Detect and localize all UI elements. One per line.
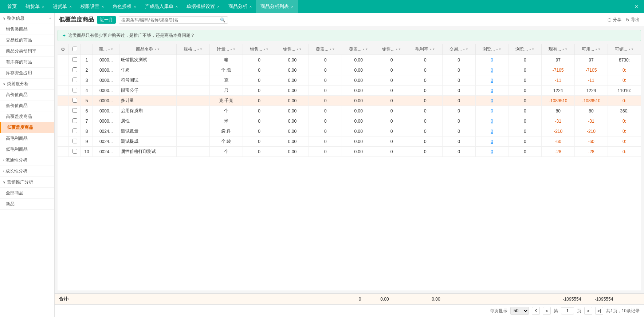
- nav-tab-analysis-close[interactable]: ×: [250, 4, 252, 9]
- next-page-button[interactable]: >: [584, 307, 592, 315]
- row-browse-a[interactable]: 0: [475, 116, 508, 126]
- nav-tab-analysis-list-close[interactable]: ×: [291, 4, 293, 9]
- nav-tab-permissions[interactable]: 权限设置 ×: [76, 0, 108, 13]
- sidebar-section-flow[interactable]: › 流通性分析: [0, 155, 54, 166]
- nav-tab-roles-close[interactable]: ×: [134, 4, 136, 9]
- export-button[interactable]: ↻ 导出: [626, 17, 640, 23]
- sidebar-item-low-value[interactable]: 低价值商品: [0, 100, 54, 111]
- sidebar-item-low-coverage[interactable]: 低覆盖度商品: [0, 122, 54, 133]
- row-checkbox[interactable]: [69, 55, 81, 65]
- sidebar-item-capital-occupy[interactable]: 库存资金占用: [0, 68, 54, 79]
- select-all-checkbox[interactable]: [72, 47, 77, 51]
- sidebar-section-growth[interactable]: › 成长性分析: [0, 166, 54, 177]
- row-browse-a[interactable]: 0: [475, 65, 508, 75]
- row-checkbox[interactable]: [69, 106, 81, 116]
- row-browse-a[interactable]: 0: [475, 96, 508, 106]
- sidebar-item-high-margin[interactable]: 高毛利商品: [0, 133, 54, 144]
- col-name[interactable]: 商品名称▲▼: [119, 44, 177, 55]
- nav-tab-products-in[interactable]: 产成品入库单 ×: [141, 0, 182, 13]
- close-all-button[interactable]: ×: [632, 3, 641, 10]
- row-sales-qty: 0: [243, 106, 276, 116]
- row-checkbox[interactable]: [69, 116, 81, 126]
- prev-page-button[interactable]: <: [543, 307, 551, 315]
- share-button[interactable]: ⬡ 分享: [608, 17, 621, 23]
- col-gross-rate[interactable]: 毛利率▲▼: [408, 44, 442, 55]
- nav-tab-template[interactable]: 单据模板设置 ×: [182, 0, 224, 13]
- row-checkbox[interactable]: [69, 126, 81, 136]
- col-transaction[interactable]: 交易...▲▼: [442, 44, 475, 55]
- sidebar-item-sales-goods[interactable]: 销售类商品: [0, 24, 54, 35]
- per-page-select[interactable]: 50 20 100: [510, 307, 529, 315]
- sidebar-item-high-value[interactable]: 高价值商品: [0, 90, 54, 100]
- period-button[interactable]: 近一月: [97, 16, 116, 24]
- sidebar-section-marketing[interactable]: ∨ 营销推广分析: [0, 177, 54, 188]
- sidebar-item-low-margin[interactable]: 低毛利商品: [0, 144, 54, 155]
- action-buttons: ⬡ 分享 ↻ 导出: [608, 17, 640, 23]
- row-transaction: 0: [442, 55, 475, 65]
- row-cover-b: 0.00: [342, 65, 375, 75]
- row-browse-a[interactable]: 0: [475, 55, 508, 65]
- col-sales-amt[interactable]: 销售...▲▼: [276, 44, 309, 55]
- search-icon[interactable]: 🔍: [220, 17, 225, 23]
- row-available-stock: -11: [575, 75, 608, 86]
- col-browse-a[interactable]: 浏览...▲▼: [475, 44, 508, 55]
- row-checkbox[interactable]: [69, 96, 81, 106]
- row-checkbox[interactable]: [69, 147, 81, 157]
- sidebar-section-quality[interactable]: ∨ 类射度分析: [0, 79, 54, 90]
- export-icon: ↻: [626, 17, 629, 23]
- nav-tab-home[interactable]: 首页: [3, 0, 21, 13]
- sidebar-item-traded-goods[interactable]: 交易过的商品: [0, 35, 54, 46]
- nav-tab-products-in-close[interactable]: ×: [176, 4, 178, 9]
- table-container[interactable]: ⚙ 商...▲▼ 商品名称▲▼ 规格...▲▼ 计量...▲▼ 销售...▲▼ …: [58, 44, 641, 290]
- row-browse-a[interactable]: 0: [475, 75, 508, 86]
- nav-tab-permissions-close[interactable]: ×: [102, 4, 104, 9]
- first-page-button[interactable]: K: [532, 307, 540, 315]
- sidebar-collapse-icon[interactable]: «: [49, 16, 51, 20]
- search-input[interactable]: [121, 17, 219, 23]
- col-settings[interactable]: ⚙: [58, 44, 69, 55]
- sidebar-item-sales-trend[interactable]: 商品分类动销率: [0, 46, 54, 57]
- nav-tab-roles[interactable]: 角色授权 ×: [108, 0, 140, 13]
- data-table: ⚙ 商...▲▼ 商品名称▲▼ 规格...▲▼ 计量...▲▼ 销售...▲▼ …: [58, 44, 641, 157]
- col-code[interactable]: 商...▲▼: [93, 44, 119, 55]
- col-sales-c[interactable]: 销售...▲▼: [375, 44, 408, 55]
- row-saleable: 0:: [608, 116, 641, 126]
- sidebar-item-in-stock[interactable]: 有库存的商品: [0, 57, 54, 68]
- row-checkbox[interactable]: [69, 65, 81, 75]
- row-saleable: 0:: [608, 136, 641, 147]
- row-checkbox[interactable]: [69, 86, 81, 96]
- col-available-stock[interactable]: 可用...▲▼: [575, 44, 608, 55]
- nav-tab-analysis[interactable]: 商品分析 ×: [224, 0, 256, 13]
- col-cover-b[interactable]: 覆盖...▲▼: [342, 44, 375, 55]
- sidebar-item-high-coverage[interactable]: 高覆盖度商品: [0, 111, 54, 122]
- sidebar-section-overall[interactable]: ∨ 整体信息 «: [0, 13, 54, 24]
- col-unit[interactable]: 计量...▲▼: [209, 44, 243, 55]
- nav-tab-template-close[interactable]: ×: [217, 4, 219, 9]
- page-input[interactable]: [561, 307, 574, 314]
- nav-tab-purchase[interactable]: 进货单 ×: [48, 0, 76, 13]
- row-num: 4: [80, 86, 93, 96]
- col-saleable[interactable]: 可销...▲▼: [608, 44, 641, 55]
- row-transaction: 0: [442, 86, 475, 96]
- row-checkbox[interactable]: [69, 136, 81, 147]
- nav-tab-template-label: 单据模板设置: [186, 3, 215, 10]
- nav-tab-sales[interactable]: 销货单 ×: [21, 0, 48, 13]
- nav-tab-analysis-list[interactable]: 商品分析列表 ×: [256, 0, 298, 13]
- row-browse-a[interactable]: 0: [475, 86, 508, 96]
- gear-icon[interactable]: ⚙: [61, 47, 65, 52]
- nav-tab-sales-close[interactable]: ×: [42, 4, 44, 9]
- col-sales-qty[interactable]: 销售...▲▼: [243, 44, 276, 55]
- last-page-button[interactable]: >|: [595, 307, 603, 315]
- row-browse-a[interactable]: 0: [475, 126, 508, 136]
- row-browse-a[interactable]: 0: [475, 136, 508, 147]
- col-browse-b[interactable]: 浏览...▲▼: [508, 44, 542, 55]
- row-checkbox[interactable]: [69, 75, 81, 86]
- sidebar-item-new-goods[interactable]: 新品: [0, 199, 54, 210]
- sidebar-item-all-goods[interactable]: 全部商品: [0, 188, 54, 199]
- col-cover-a[interactable]: 覆盖...▲▼: [309, 44, 342, 55]
- col-current-stock[interactable]: 现有...▲▼: [542, 44, 575, 55]
- row-browse-a[interactable]: 0: [475, 106, 508, 116]
- col-spec[interactable]: 规格...▲▼: [177, 44, 210, 55]
- nav-tab-purchase-close[interactable]: ×: [69, 4, 71, 9]
- row-browse-a[interactable]: 0: [475, 147, 508, 157]
